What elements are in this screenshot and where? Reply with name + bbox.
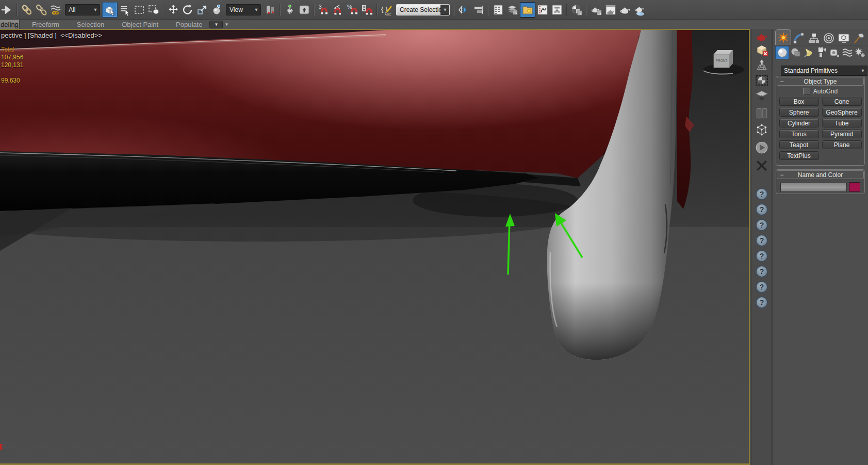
reference-coordinate-value: View [226,6,252,13]
tab-modify[interactable] [791,31,806,45]
ribbon-tab-freeform[interactable]: Freeform [32,20,59,29]
ribbon-minimize-button[interactable]: ▼ ▼ [209,20,228,29]
object-color-swatch[interactable] [849,182,860,192]
toggle-layer-explorer-icon[interactable] [505,3,520,17]
help-question-button[interactable]: ? [756,203,768,216]
box-delete-icon[interactable] [755,43,768,57]
percent-snap-toggle-icon[interactable]: % [346,3,360,17]
grid-arrow-icon[interactable] [755,58,768,72]
select-and-scale-icon[interactable] [195,3,209,17]
object-name-input[interactable] [780,183,847,192]
category-lights[interactable] [802,46,815,59]
snaps-toggle-3d-icon[interactable]: 3 [317,3,331,17]
spinner-snap-toggle-icon[interactable] [360,3,374,17]
command-panel: Standard Primitives ▼ − Object Type Auto… [772,29,868,465]
pyramid-button[interactable]: Pyramid [822,130,862,138]
viewport-statistics: Total 107,956 120,131 99.630 [1,46,23,85]
help-question-button[interactable]: ? [756,265,768,278]
named-selection-sets-dropdown[interactable]: Create Selection Se▼ [396,4,450,15]
material-editor-icon[interactable] [569,3,584,17]
stats-fps: 99.630 [1,77,23,85]
cylinder-button[interactable]: Cylinder [779,119,819,127]
category-shapes[interactable] [789,46,802,59]
viewport-scene: FRONT [0,30,749,463]
viewport-label[interactable]: pective ] [Shaded ] <<Disabled>> [1,31,102,39]
rectangular-selection-region-icon[interactable] [132,3,146,17]
tab-utilities[interactable] [851,31,866,45]
reference-coordinate-dropdown[interactable]: View▼ [226,4,261,15]
checker-diamond-icon[interactable] [755,89,768,103]
viewport-perspective[interactable]: FRONT pective ] [Shaded ] <<Disabled>> T… [0,29,750,465]
use-pivot-point-center-icon[interactable] [263,3,277,17]
tab-hierarchy[interactable] [806,31,821,45]
sphere-button[interactable]: Sphere [779,108,819,117]
category-helpers[interactable] [828,46,841,59]
select-object-button[interactable] [102,2,118,18]
cone-button[interactable]: Cone [822,97,862,106]
select-and-manipulate-icon[interactable] [283,3,297,17]
help-question-button[interactable]: ? [756,296,768,309]
category-space-warps[interactable] [841,46,854,59]
select-and-rotate-icon[interactable] [181,3,195,17]
category-geometry[interactable] [775,46,789,59]
box-button[interactable]: Box [779,97,819,106]
mirror-icon[interactable] [457,3,471,17]
select-by-name-icon[interactable] [118,3,132,17]
help-question-button[interactable]: ? [756,250,768,262]
render-in-cloud-icon[interactable] [632,3,647,17]
render-production-icon[interactable] [618,3,632,17]
lattice-cube-icon[interactable] [755,123,768,136]
chevron-down-icon: ▼ [440,7,449,12]
schematic-view-icon[interactable] [550,3,564,17]
select-and-link-icon[interactable] [20,3,34,17]
unlink-selection-icon[interactable] [34,3,48,17]
help-question-button[interactable]: ? [756,234,768,247]
select-and-place-icon[interactable] [209,3,224,17]
tab-display[interactable] [836,31,851,45]
rendered-frame-window-icon[interactable] [603,3,618,17]
geosphere-button[interactable]: GeoSphere [822,108,862,117]
window-crossing-toggle-icon[interactable] [146,3,161,17]
textplus-button[interactable]: TextPlus [779,151,819,160]
panels-icon[interactable] [755,106,768,120]
ribbon-tab-selection[interactable]: Selection [77,20,104,29]
geometry-category-dropdown[interactable]: Standard Primitives ▼ [781,66,867,76]
object-type-rollout-header[interactable]: − Object Type [777,77,864,86]
selection-filter-dropdown[interactable]: All▼ [65,4,100,15]
bind-to-space-warp-icon[interactable] [48,3,63,17]
teapot-button[interactable]: Teapot [779,140,819,149]
category-cameras[interactable] [815,46,828,59]
collapse-icon: − [777,78,787,85]
help-question-button[interactable]: ? [756,281,768,293]
autogrid-checkbox[interactable] [803,88,810,95]
ribbon-tab-object-paint[interactable]: Object Paint [122,20,158,29]
angle-snap-toggle-icon[interactable] [331,3,346,17]
select-and-move-icon[interactable] [166,3,181,17]
edit-named-selection-sets-icon[interactable]: { }ABC [380,3,394,17]
torus-button[interactable]: Torus [779,130,819,138]
toggle-scene-explorer-icon[interactable] [491,3,505,17]
teapot-red-icon[interactable] [755,30,768,43]
play-icon[interactable] [755,141,768,154]
plane-button[interactable]: Plane [822,140,862,149]
keyboard-shortcut-override-icon[interactable] [297,3,312,17]
ribbon-minimize-icon: ▼ [209,21,223,28]
category-systems[interactable] [854,46,866,59]
ribbon-tab-modeling[interactable]: deling [0,20,20,29]
toggle-ribbon-icon[interactable] [520,2,535,18]
curve-editor-icon[interactable] [535,3,550,17]
align-icon[interactable] [471,3,486,17]
tube-button[interactable]: Tube [822,119,862,127]
help-question-button[interactable]: ? [756,219,768,231]
close-x-icon[interactable] [755,159,768,172]
tab-create[interactable] [775,29,791,45]
help-question-button[interactable]: ? [756,188,768,200]
redo-icon[interactable] [0,3,14,17]
render-setup-icon[interactable] [589,3,603,17]
ribbon-tab-populate[interactable]: Populate [176,20,202,29]
tab-motion[interactable] [821,31,836,45]
checker-select-icon[interactable] [755,73,768,87]
autogrid-label: AutoGrid [813,88,838,95]
chevron-down-icon: ▼ [252,7,260,12]
name-color-rollout-header[interactable]: − Name and Color [777,170,864,179]
